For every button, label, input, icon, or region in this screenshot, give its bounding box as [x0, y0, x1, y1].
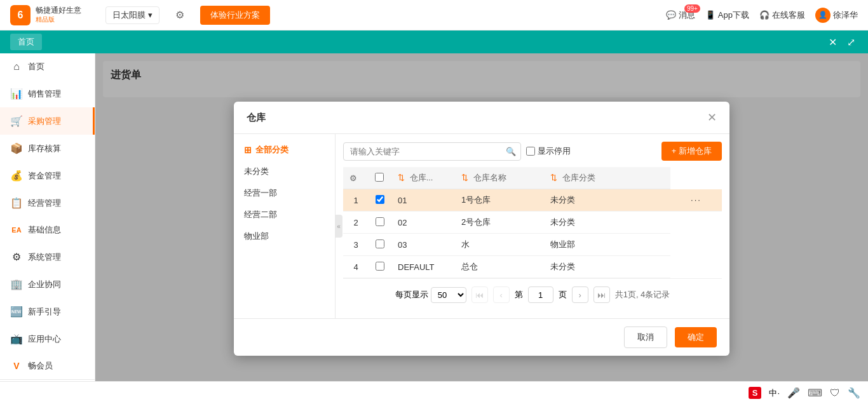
sort-code-icon: ⇅ [398, 173, 405, 182]
settings-gear-button[interactable]: ⚙ [170, 5, 190, 25]
expand-button[interactable]: ⤢ [844, 34, 858, 51]
s-logo: S [749, 387, 762, 399]
cat-item-all[interactable]: ⊞ 全部分类 [234, 139, 335, 161]
sidebar-item-home[interactable]: ⌂ 首页 [0, 53, 95, 80]
row-num: 3 [343, 234, 369, 256]
grid-icon: ⊞ [244, 145, 252, 155]
sidebar-item-label: 销售管理 [28, 88, 61, 100]
sidebar-item-finance[interactable]: 💰 资金管理 [0, 162, 95, 189]
system-icon: ⚙ [10, 251, 23, 263]
row-checkbox[interactable] [376, 262, 384, 271]
sidebar-item-basic[interactable]: EA 基础信息 [0, 217, 95, 243]
sidebar-item-purchase[interactable]: 🛒 采购管理 [0, 107, 95, 135]
modal-overlay: 仓库 ✕ ⊞ 全部分类 未分类 经营一 [95, 53, 868, 404]
mic-icon[interactable]: 🎤 [787, 387, 800, 399]
new-warehouse-button[interactable]: + 新增仓库 [661, 142, 722, 161]
table-row[interactable]: 1 01 1号仓库 未分类··· [343, 189, 722, 212]
show-disabled-checkbox[interactable] [526, 147, 535, 156]
search-input[interactable] [343, 142, 521, 161]
show-disabled-checkbox-label[interactable]: 显示停用 [526, 145, 571, 157]
cat-item-property[interactable]: 物业部 [234, 226, 335, 247]
row-code: 03 [391, 234, 455, 256]
sidebar-item-vip[interactable]: V 畅会员 [0, 353, 95, 379]
online-service-button[interactable]: 🎧 在线客服 [759, 10, 805, 21]
sidebar-item-company[interactable]: 🏢 企业协同 [0, 271, 95, 298]
user-name: 徐泽华 [833, 10, 858, 21]
shield-icon[interactable]: 🛡 [830, 387, 840, 399]
sidebar-item-label: 基础信息 [28, 224, 61, 236]
row-category: 未分类 [544, 189, 670, 212]
tab-home[interactable]: 首页 [10, 34, 42, 50]
confirm-button[interactable]: 确定 [675, 327, 717, 347]
collapse-sidebar-button[interactable]: « [335, 215, 342, 238]
inventory-icon: 📦 [10, 142, 23, 154]
cat-item-uncat[interactable]: 未分类 [234, 161, 335, 182]
message-button[interactable]: 💬 消息 99+ [666, 10, 695, 21]
sidebar-item-appcenter[interactable]: 📺 应用中心 [0, 325, 95, 353]
modal-body: ⊞ 全部分类 未分类 经营一部 经营二部 物业部 [234, 134, 729, 318]
modal-toolbar: 🔍 显示停用 + 新增仓库 [343, 142, 722, 161]
keyboard-icon[interactable]: ⌨ [808, 387, 822, 399]
logo-text-block: 畅捷通好生意 精品版 [36, 6, 81, 25]
row-actions[interactable]: ··· [670, 189, 722, 212]
row-name: 水 [455, 234, 544, 256]
row-checkbox[interactable] [376, 217, 384, 226]
cat-item-op1[interactable]: 经营一部 [234, 182, 335, 204]
close-tab-button[interactable]: ✕ [826, 34, 839, 51]
app-download-button[interactable]: 📱 App下载 [705, 10, 749, 21]
row-num: 2 [343, 212, 369, 234]
select-all-checkbox[interactable] [375, 173, 384, 182]
last-page-button[interactable]: ⏭ [593, 286, 610, 303]
logo-text: 畅捷通好生意 [36, 6, 81, 16]
sales-icon: 📊 [10, 88, 23, 100]
cancel-button[interactable]: 取消 [624, 327, 667, 348]
cat-item-op2[interactable]: 经营二部 [234, 204, 335, 226]
category-sidebar: ⊞ 全部分类 未分类 经营一部 经营二部 物业部 [234, 134, 336, 318]
table-row[interactable]: 3 03 水 物业部 [343, 234, 722, 256]
page-size-wrap: 每页显示 50 10 20 100 [395, 287, 466, 303]
appcenter-icon: 📺 [10, 333, 23, 345]
sidebar-item-operation[interactable]: 📋 经营管理 [0, 189, 95, 217]
tools-icon[interactable]: 🔧 [848, 387, 860, 399]
table-row[interactable]: 4 DEFAULT 总仓 未分类 [343, 256, 722, 278]
modal-close-button[interactable]: ✕ [707, 111, 717, 125]
store-name: 日太阳膜 [112, 10, 146, 21]
row-name: 2号仓库 [455, 212, 544, 234]
row-checkbox-cell [369, 189, 391, 212]
row-name: 1号仓库 [455, 189, 544, 212]
chevron-down-icon: ▾ [148, 10, 153, 20]
sidebar-item-label: 库存核算 [28, 143, 61, 154]
prev-page-button[interactable]: ‹ [493, 286, 510, 303]
next-page-button[interactable]: › [572, 286, 588, 303]
first-page-button[interactable]: ⏮ [471, 286, 488, 303]
modal-header: 仓库 ✕ [234, 102, 729, 134]
row-checkbox[interactable] [376, 239, 384, 248]
industry-btn[interactable]: 体验行业方案 [200, 6, 270, 25]
per-page-select[interactable]: 50 10 20 100 [431, 287, 466, 303]
vip-icon: V [10, 361, 23, 371]
operation-icon: 📋 [10, 197, 23, 209]
sidebar: ⌂ 首页 📊 销售管理 🛒 采购管理 📦 库存核算 💰 资金管理 📋 经营管理 … [0, 53, 95, 404]
table-row[interactable]: 2 02 2号仓库 未分类 [343, 212, 722, 234]
sidebar-item-inventory[interactable]: 📦 库存核算 [0, 135, 95, 162]
sidebar-item-system[interactable]: ⚙ 系统管理 [0, 243, 95, 271]
sidebar-item-label: 应用中心 [28, 333, 61, 345]
th-code[interactable]: ⇅ 仓库... [391, 167, 455, 189]
row-checkbox[interactable] [376, 195, 384, 204]
sidebar-item-guide[interactable]: 🆕 新手引导 [0, 298, 95, 325]
th-category[interactable]: ⇅ 仓库分类 [544, 167, 670, 189]
store-selector[interactable]: 日太阳膜 ▾ [105, 6, 159, 24]
row-code: DEFAULT [391, 256, 455, 278]
sidebar-item-label: 畅会员 [28, 360, 53, 372]
th-name[interactable]: ⇅ 仓库名称 [455, 167, 544, 189]
home-icon: ⌂ [10, 61, 23, 72]
th-code-label: 仓库... [410, 173, 433, 182]
logo-area: 6 畅捷通好生意 精品版 [10, 5, 105, 25]
bottom-label: 中· [769, 387, 780, 399]
th-cat-label: 仓库分类 [562, 173, 595, 182]
sidebar-item-sales[interactable]: 📊 销售管理 [0, 80, 95, 107]
search-icon[interactable]: 🔍 [506, 147, 516, 156]
th-settings: ⚙ [343, 167, 369, 189]
user-profile-button[interactable]: 👤 徐泽华 [815, 8, 858, 23]
page-number-input[interactable] [528, 286, 553, 303]
